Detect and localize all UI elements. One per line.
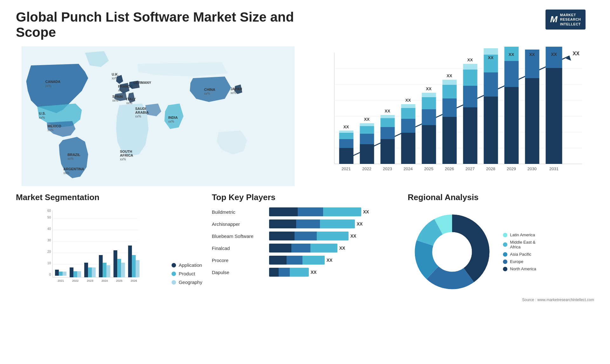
svg-rect-13 — [339, 139, 354, 148]
player-name-3: Finalcad — [212, 246, 266, 251]
south-africa-label2: AFRICA — [120, 153, 133, 157]
world-map: CANADA xx% U.S. xx% MEXICO xx% BRAZIL xx… — [16, 46, 300, 186]
product-label: Product — [179, 271, 195, 276]
player-xx-1: XX — [357, 221, 363, 226]
player-name-0: Buildmetric — [212, 209, 266, 215]
svg-rect-33 — [401, 104, 416, 108]
bar-0-seg1 — [269, 207, 298, 216]
players-title: Top Key Players — [212, 192, 398, 202]
spain-pct: xx% — [112, 99, 119, 102]
svg-rect-87 — [55, 270, 59, 276]
logo: M MARKET RESEARCH INTELLECT — [537, 10, 594, 30]
svg-rect-37 — [422, 109, 436, 125]
japan-label: JAPAN — [231, 87, 242, 91]
player-bar-0: XX — [269, 207, 398, 216]
player-name-5: Dapulse — [212, 270, 266, 275]
latin-america-label: Latin America — [510, 233, 535, 237]
svg-rect-44 — [443, 85, 457, 98]
svg-text:XX: XX — [385, 109, 390, 113]
bar-3 — [269, 244, 337, 253]
asia-pacific-label: Asia Pacific — [510, 252, 531, 257]
svg-text:30: 30 — [47, 239, 51, 242]
legend-latin-america: Latin America — [503, 233, 536, 237]
svg-rect-19 — [360, 134, 374, 144]
page-title: Global Punch List Software Market Size a… — [16, 10, 302, 40]
svg-text:0: 0 — [49, 273, 51, 276]
svg-rect-101 — [106, 265, 110, 277]
svg-rect-70 — [546, 47, 562, 68]
svg-text:60: 60 — [47, 209, 51, 212]
application-label: Application — [179, 262, 202, 268]
svg-rect-38 — [422, 97, 436, 109]
player-bar-2: XX — [269, 232, 398, 240]
bar-4 — [269, 256, 325, 265]
svg-text:2027: 2027 — [465, 166, 475, 171]
geography-dot — [172, 280, 176, 285]
bar-chart-section: XX XX 2021 XX 2022 — [310, 46, 594, 186]
svg-point-117 — [432, 232, 472, 272]
seg-chart: 0 10 20 30 40 50 60 — [16, 207, 165, 291]
argentina-pct: xx% — [64, 171, 70, 175]
europe-label: Europe — [510, 259, 523, 264]
svg-rect-50 — [463, 70, 478, 86]
japan-pct: xx% — [231, 91, 237, 95]
svg-text:XX: XX — [488, 55, 494, 60]
svg-rect-54 — [484, 97, 498, 164]
uk-pct: xx% — [112, 77, 118, 80]
bar-1-seg3 — [320, 219, 355, 228]
italy-pct: xx% — [126, 101, 132, 105]
player-xx-0: XX — [363, 209, 369, 214]
player-bar-5: XX — [269, 268, 398, 277]
china-pct: xx% — [204, 92, 210, 95]
svg-rect-30 — [401, 133, 416, 164]
bar-1-seg2 — [296, 219, 320, 228]
player-bar-3: XX — [269, 244, 398, 253]
svg-text:XX: XX — [551, 52, 557, 57]
growth-chart: XX XX 2021 XX 2022 — [316, 46, 594, 186]
bar-2-seg3 — [317, 232, 349, 240]
svg-rect-45 — [443, 80, 457, 85]
player-name-4: Procore — [212, 258, 266, 263]
svg-text:XX: XX — [467, 57, 473, 62]
bar-1-seg1 — [269, 219, 296, 228]
asia-pacific-dot — [503, 252, 507, 257]
bar-0-seg2 — [298, 207, 323, 216]
svg-rect-57 — [484, 48, 498, 55]
north-america-label: North America — [510, 266, 536, 271]
player-row: Dapulse XX — [212, 268, 398, 277]
bar-0-seg3 — [323, 207, 361, 216]
svg-rect-89 — [63, 272, 66, 276]
svg-text:2024: 2024 — [403, 166, 413, 171]
svg-rect-69 — [546, 68, 562, 164]
svg-text:XX: XX — [405, 98, 411, 103]
svg-rect-91 — [70, 267, 73, 277]
svg-rect-55 — [484, 72, 498, 97]
latin-america-dot — [503, 233, 507, 237]
svg-text:XX: XX — [343, 125, 349, 129]
bar-5-seg1 — [269, 268, 279, 277]
bar-1 — [269, 219, 355, 228]
svg-rect-103 — [113, 250, 117, 277]
svg-rect-95 — [84, 263, 88, 277]
legend-middle-east: Middle East &Africa — [503, 240, 536, 249]
bar-3-seg1 — [269, 244, 291, 253]
bottom-grid: Market Segmentation 0 10 20 30 40 50 — [16, 192, 594, 302]
us-pct: xx% — [39, 116, 45, 119]
players-section: Top Key Players Buildmetric XX Archisnap… — [212, 192, 398, 302]
svg-rect-21 — [360, 123, 374, 126]
application-dot — [172, 263, 176, 267]
segmentation-section: Market Segmentation 0 10 20 30 40 50 — [16, 192, 202, 302]
svg-text:2026: 2026 — [445, 166, 454, 171]
segmentation-title: Market Segmentation — [16, 192, 202, 202]
svg-rect-92 — [73, 271, 77, 277]
svg-text:2022: 2022 — [72, 279, 78, 282]
player-bar-1: XX — [269, 219, 398, 228]
svg-text:XX: XX — [364, 117, 370, 122]
us-label: U.S. — [39, 111, 46, 115]
mexico-label: MEXICO — [48, 124, 62, 128]
logo-letter: M — [550, 14, 557, 24]
svg-text:2022: 2022 — [362, 166, 371, 171]
brazil-label: BRAZIL — [68, 153, 81, 157]
svg-rect-107 — [128, 246, 132, 277]
svg-rect-43 — [443, 98, 457, 117]
